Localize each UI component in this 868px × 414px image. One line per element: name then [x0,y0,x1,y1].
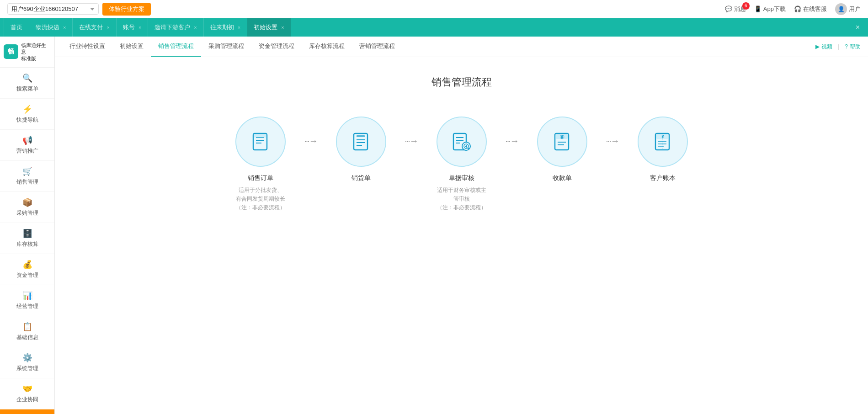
sidebar-item-sales-label: 销售管理 [16,178,38,186]
sub-tab-inventory-flow[interactable]: 库存核算流程 [302,37,352,57]
nav-tab-home-label: 首页 [11,23,22,32]
box-icon: 📦 [22,197,32,207]
sidebar-item-finance[interactable]: 💰 资金管理 [0,254,54,285]
sidebar-item-marketing-label: 营销推广 [16,147,38,155]
inventory-icon: 🗄️ [22,228,32,239]
nav-tab-logistics[interactable]: 物流快递 × [29,18,73,37]
flow-title: 销售管理流程 [82,75,841,89]
flow-circle-review [437,117,487,167]
svg-text:¥: ¥ [661,134,664,139]
message-icon: 💬 [725,5,732,12]
sidebar-item-quick[interactable]: ⚡ 快捷导航 [0,99,54,130]
sidebar-item-ops[interactable]: 📊 经营管理 [0,285,54,316]
search-icon: 🔍 [22,73,32,83]
flow-circle-sales-order [235,117,286,167]
sidebar-item-inventory[interactable]: 🗄️ 库存核算 [0,223,54,254]
flow-arrow-1: ···→ [297,117,325,146]
sidebar-item-corp-label: 企业协同 [16,396,38,403]
svg-rect-4 [254,134,266,138]
nav-tab-account[interactable]: 账号 × [117,18,148,37]
flow-node-delivery: 销货单 [325,117,398,186]
user-select[interactable]: 用户690企业1660120507 [7,3,99,15]
flow-node-sales-order: 销售订单 适用于分批发货、有合同发货周期较长（注：非必要流程） [224,117,297,212]
logo-text: 畅库通好生意 标准版 [21,42,51,62]
sidebar-item-corp[interactable]: 🤝 企业协同 [0,378,54,409]
sidebar-item-search[interactable]: 🔍 搜索菜单 [0,68,54,99]
headset-icon: 🎧 [794,5,801,12]
flow-content: 销售管理流程 销售订单 适用于分批 [55,57,868,414]
nav-tab-logistics-close[interactable]: × [63,25,66,30]
sidebar-item-system[interactable]: ⚙️ 系统管理 [0,347,54,378]
nav-tab-home[interactable]: 首页 [4,18,29,37]
flow-arrow-3: ···→ [498,117,526,146]
sidebar-item-purchase[interactable]: 📦 采购管理 [0,192,54,223]
handshake-icon: 🤝 [22,384,32,394]
sidebar-item-basic[interactable]: 📋 基础信息 [0,316,54,347]
top-bar-right: 💬 消息 6 📱 App下载 🎧 在线客服 👤 用户 [725,3,861,15]
play-icon: ▶ [815,43,820,50]
flow-node-review: 单据审核 适用于财务审核或主管审核（注：非必要流程） [425,117,498,212]
sub-tab-sales-flow[interactable]: 销售管理流程 [151,37,201,57]
nav-tab-account-close[interactable]: × [138,25,141,30]
logo-area: 畅 畅库通好生意 标准版 [0,37,54,68]
sub-tab-industry[interactable]: 行业特性设置 [62,37,112,57]
app-download-item[interactable]: 📱 App下载 [754,5,786,13]
nav-tab-period-label: 往来期初 [210,23,234,32]
flow-circle-ledger: ¥ [638,117,688,167]
avatar: 👤 [835,3,847,15]
logo-icon: 畅 [4,44,18,59]
flow-node-ledger-title: 客户账本 [650,174,676,182]
svg-rect-6 [357,135,365,137]
user-label: 用户 [849,5,861,13]
sidebar-item-finance-label: 资金管理 [16,271,38,279]
nav-tab-logistics-label: 物流快递 [36,23,59,32]
sub-tab-finance-flow[interactable]: 资金管理流程 [251,37,302,57]
nav-tab-init-close[interactable]: × [281,25,284,30]
nav-tab-payment-close[interactable]: × [107,25,109,30]
flow-circle-receipt: ¥ ¥ [537,117,587,167]
flow-node-ledger: ¥ 客户账本 [626,117,699,186]
online-service-item[interactable]: 🎧 在线客服 [794,5,827,13]
sidebar-item-purchase-label: 采购管理 [16,209,38,217]
experience-button[interactable]: 体验行业方案 [102,3,151,16]
nav-tab-init[interactable]: 初始设置 × [247,18,291,37]
close-all-tabs[interactable]: × [851,23,864,32]
nav-tabs-bar: 首页 物流快递 × 在线支付 × 账号 × 邀请下游客户 × 往来期初 × 初始… [0,18,868,37]
sidebar-item-inventory-label: 库存核算 [16,240,38,248]
sub-tab-purchase-flow[interactable]: 采购管理流程 [201,37,251,57]
flow-arrow-2: ···→ [398,117,425,146]
message-badge: 6 [742,2,750,10]
video-action[interactable]: ▶ 视频 [815,43,832,51]
nav-tab-invite-label: 邀请下游客户 [154,23,190,32]
flow-node-review-title: 单据审核 [449,174,474,182]
nav-tab-account-label: 账号 [123,23,135,32]
sub-tab-marketing-flow[interactable]: 营销管理流程 [352,37,402,57]
sidebar-item-ops-label: 经营管理 [16,303,38,310]
question-icon: ? [845,43,848,50]
megaphone-icon: 📢 [22,135,32,145]
flow-node-receipt-title: 收款单 [553,174,572,182]
main-layout: 畅 畅库通好生意 标准版 🔍 搜索菜单 ⚡ 快捷导航 📢 营销推广 🛒 销售管理… [0,37,868,414]
help-action[interactable]: ? 帮助 [845,43,861,51]
top-bar-left: 用户690企业1660120507 体验行业方案 [7,3,151,16]
nav-tab-init-label: 初始设置 [254,23,277,32]
sidebar-item-basic-label: 基础信息 [16,334,38,341]
sidebar-item-search-label: 搜索菜单 [16,85,38,93]
gear-icon: ⚙️ [22,353,32,363]
nav-tab-invite[interactable]: 邀请下游客户 × [148,18,203,37]
user-item[interactable]: 👤 用户 [835,3,861,15]
nav-tab-invite-close[interactable]: × [194,25,197,30]
sub-tab-init[interactable]: 初始设置 [112,37,151,57]
sidebar: 畅 畅库通好生意 标准版 🔍 搜索菜单 ⚡ 快捷导航 📢 营销推广 🛒 销售管理… [0,37,55,414]
sidebar-item-newbie[interactable]: 🎯 新手引导 [0,409,54,414]
message-icon-item[interactable]: 💬 消息 6 [725,5,746,13]
flow-node-review-desc: 适用于财务审核或主管审核（注：非必要流程） [437,186,486,212]
flow-circle-delivery [336,117,386,167]
sidebar-item-sales[interactable]: 🛒 销售管理 [0,161,54,192]
nav-tab-period-close[interactable]: × [238,25,240,30]
money-icon: 💰 [22,260,32,270]
service-label: 在线客服 [803,5,827,13]
nav-tab-payment[interactable]: 在线支付 × [73,18,116,37]
sidebar-item-marketing[interactable]: 📢 营销推广 [0,130,54,161]
nav-tab-period[interactable]: 往来期初 × [204,18,247,37]
